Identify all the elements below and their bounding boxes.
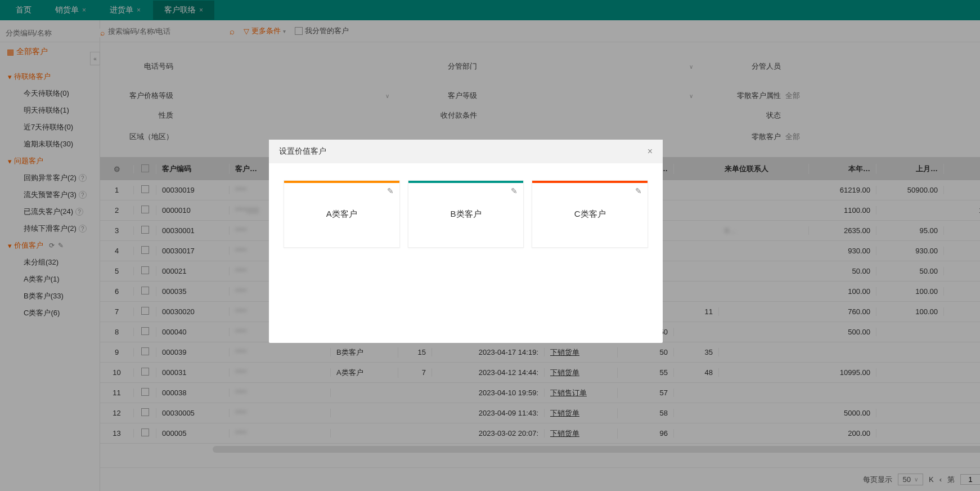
value-customer-modal: 设置价值客户 × ✎ A类客户 ✎ B类客户 ✎ C类客户 — [269, 140, 663, 343]
edit-icon[interactable]: ✎ — [387, 186, 394, 195]
card-class-c[interactable]: ✎ C类客户 — [532, 180, 648, 248]
card-label: B类客户 — [451, 209, 482, 220]
modal-title: 设置价值客户 — [279, 146, 326, 157]
card-class-b[interactable]: ✎ B类客户 — [408, 180, 524, 248]
close-icon[interactable]: × — [648, 146, 653, 157]
card-class-a[interactable]: ✎ A类客户 — [284, 180, 400, 248]
modal-header: 设置价值客户 × — [269, 140, 663, 163]
edit-icon[interactable]: ✎ — [511, 186, 518, 195]
card-label: C类客户 — [574, 209, 606, 220]
card-label: A类客户 — [326, 209, 357, 220]
edit-icon[interactable]: ✎ — [635, 186, 642, 195]
modal-body: ✎ A类客户 ✎ B类客户 ✎ C类客户 — [269, 163, 663, 265]
